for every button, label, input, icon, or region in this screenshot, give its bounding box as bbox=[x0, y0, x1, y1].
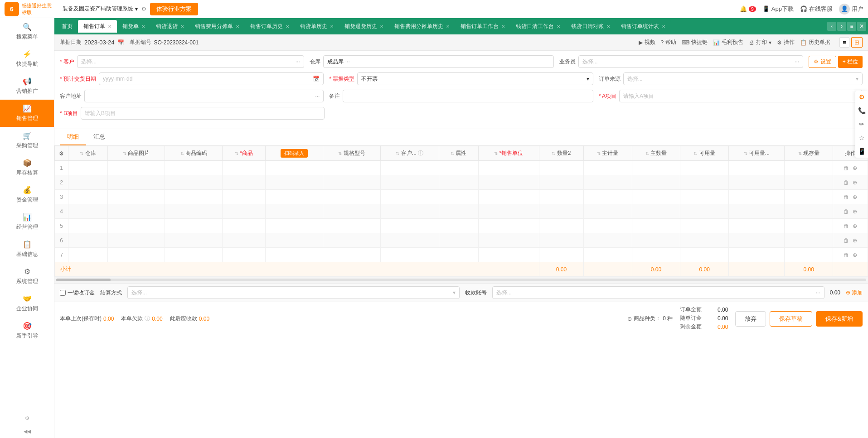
tab-slip-history[interactable]: 销货单历史 ✕ bbox=[295, 20, 339, 33]
table-scrollbar[interactable] bbox=[54, 277, 868, 283]
address-input[interactable] bbox=[88, 93, 313, 99]
row-5-attr[interactable] bbox=[439, 219, 478, 233]
row-1-ccode[interactable] bbox=[380, 161, 439, 175]
row-5-warehouse[interactable] bbox=[68, 219, 108, 233]
tab-return-history[interactable]: 销货退货历史 ✕ bbox=[339, 20, 389, 33]
row-5-qty2[interactable] bbox=[539, 219, 583, 233]
row-1-unit[interactable] bbox=[478, 161, 539, 175]
scan-btn[interactable]: 扫码录入 bbox=[281, 149, 308, 158]
col-stock[interactable]: ⇅ 现存量 bbox=[785, 146, 833, 161]
tab-daily-workbench-close-icon[interactable]: ✕ bbox=[557, 24, 560, 29]
row-3-product[interactable] bbox=[223, 190, 266, 204]
tab-prev-btn[interactable]: ‹ bbox=[827, 22, 836, 31]
tab-sales-slip[interactable]: 销货单 ✕ bbox=[117, 20, 150, 33]
customer-input-wrapper[interactable]: ··· bbox=[77, 55, 304, 68]
row-6-code[interactable] bbox=[165, 233, 223, 248]
tab-order-workbench-close-icon[interactable]: ✕ bbox=[501, 24, 505, 29]
tab-menu-btn[interactable]: ≡ bbox=[847, 22, 856, 31]
customer-input[interactable] bbox=[81, 58, 294, 65]
row-4-qty2[interactable] bbox=[539, 204, 583, 219]
row-1-delete-icon[interactable]: 🗑 bbox=[844, 165, 849, 171]
row-7-mqty[interactable] bbox=[632, 248, 680, 262]
row-5-ccode[interactable] bbox=[380, 219, 439, 233]
tab-daily-reconcile[interactable]: 钱货日清对账 ✕ bbox=[566, 20, 616, 33]
col-unit[interactable]: ⇅ *销售单位 bbox=[478, 146, 539, 161]
online-support-item[interactable]: 🎧 在线客服 bbox=[800, 5, 833, 13]
payment-method-wrapper[interactable]: ▾ bbox=[127, 286, 460, 299]
sidebar-item-collab[interactable]: 🤝 企业协同 bbox=[0, 290, 54, 317]
warehouse-input-wrapper[interactable]: 成品库 ··· bbox=[323, 55, 554, 68]
account-wrapper[interactable]: ··· bbox=[492, 286, 824, 299]
remark-input[interactable] bbox=[347, 93, 589, 99]
tab-sales-return[interactable]: 销货退货 ✕ bbox=[150, 20, 189, 33]
row-7-spec[interactable] bbox=[323, 248, 381, 262]
row-7-unit[interactable] bbox=[478, 248, 539, 262]
col-scan[interactable]: 扫码录入 bbox=[265, 146, 323, 161]
row-2-copy-icon[interactable]: ⊕ bbox=[853, 179, 857, 186]
sidebar-settings-btn[interactable]: ⚙ bbox=[0, 412, 54, 425]
calendar-icon[interactable]: 📅 bbox=[117, 39, 124, 46]
delivery-date-input[interactable] bbox=[103, 76, 313, 82]
account-more-icon[interactable]: ··· bbox=[816, 289, 820, 296]
tab-daily-workbench[interactable]: 钱货日清工作台 ✕ bbox=[510, 20, 566, 33]
tab-sales-slip-close-icon[interactable]: ✕ bbox=[141, 24, 145, 29]
discard-button[interactable]: 放弃 bbox=[735, 311, 766, 327]
scroll-thumb[interactable] bbox=[56, 279, 111, 281]
row-4-copy-icon[interactable]: ⊕ bbox=[853, 208, 857, 215]
tab-detail[interactable]: 明细 bbox=[60, 129, 86, 145]
sidebar-item-purchase[interactable]: 🛒 采购管理 bbox=[0, 127, 54, 154]
project-a-input-wrapper[interactable] bbox=[619, 90, 863, 102]
add-payment-btn[interactable]: ⊕ 添加 bbox=[846, 289, 863, 297]
row-5-code[interactable] bbox=[165, 219, 223, 233]
tab-sales-order-close-icon[interactable]: ✕ bbox=[108, 24, 112, 29]
row-4-attr[interactable] bbox=[439, 204, 478, 219]
delivery-date-input-wrapper[interactable]: 📅 bbox=[99, 72, 324, 85]
row-6-qty2[interactable] bbox=[539, 233, 583, 248]
row-7-qty2[interactable] bbox=[539, 248, 583, 262]
sidebar-item-finance[interactable]: 💰 资金管理 bbox=[0, 181, 54, 208]
warehouse-more-icon[interactable]: ··· bbox=[345, 58, 350, 65]
row-6-warehouse[interactable] bbox=[68, 233, 108, 248]
settings-btn[interactable]: ⚙ 设置 bbox=[809, 56, 836, 68]
staff-input-wrapper[interactable]: ··· bbox=[578, 55, 804, 68]
col-main-unit[interactable]: ⇅ 主计量 bbox=[583, 146, 632, 161]
toolbar-shortcut[interactable]: ⌨ 快捷键 bbox=[682, 39, 708, 46]
col-code[interactable]: ⇅ 商品编码 bbox=[165, 146, 223, 161]
tab-slip-history-close-icon[interactable]: ✕ bbox=[330, 24, 334, 29]
tab-order-history-close-icon[interactable]: ✕ bbox=[286, 24, 289, 29]
tab-daily-reconcile-close-icon[interactable]: ✕ bbox=[606, 24, 610, 29]
row-4-mqty[interactable] bbox=[632, 204, 680, 219]
one-click-payment-input[interactable] bbox=[60, 290, 66, 296]
row-6-mqty[interactable] bbox=[632, 233, 680, 248]
row-3-mqty[interactable] bbox=[632, 190, 680, 204]
row-7-delete-icon[interactable]: 🗑 bbox=[844, 252, 849, 258]
right-tool-star[interactable]: ☆ bbox=[855, 131, 868, 144]
right-tool-edit[interactable]: ✏ bbox=[855, 118, 868, 130]
row-6-delete-icon[interactable]: 🗑 bbox=[844, 237, 849, 244]
row-5-unit[interactable] bbox=[478, 219, 539, 233]
save-draft-button[interactable]: 保存草稿 bbox=[770, 311, 812, 327]
right-tool-mobile[interactable]: 📱 bbox=[855, 145, 868, 158]
staff-input[interactable] bbox=[582, 58, 793, 65]
toolbar-profit[interactable]: 📊 毛利预告 bbox=[713, 39, 743, 46]
tab-sales-expense-close-icon[interactable]: ✕ bbox=[236, 24, 239, 29]
row-2-code[interactable] bbox=[165, 175, 223, 190]
order-source-input[interactable] bbox=[627, 76, 856, 82]
row-4-spec[interactable] bbox=[323, 204, 381, 219]
toolbar-video[interactable]: ▶ 视频 bbox=[639, 39, 655, 46]
sidebar-item-quicknav[interactable]: ⚡ 快捷导航 bbox=[0, 45, 54, 72]
sidebar-collapse-btn[interactable]: ◀◀ bbox=[0, 425, 54, 438]
row-4-warehouse[interactable] bbox=[68, 204, 108, 219]
row-4-code[interactable] bbox=[165, 204, 223, 219]
tab-next-btn[interactable]: › bbox=[837, 22, 846, 31]
row-7-warehouse[interactable] bbox=[68, 248, 108, 262]
row-6-product[interactable] bbox=[223, 233, 266, 248]
address-input-wrapper[interactable]: ··· bbox=[84, 90, 324, 102]
settings-icon[interactable]: ⚙ bbox=[141, 6, 146, 12]
sidebar-item-operations[interactable]: 📊 经营管理 bbox=[0, 208, 54, 236]
project-b-input[interactable] bbox=[85, 110, 320, 116]
toolbar-operation[interactable]: ⚙ 操作 bbox=[777, 39, 795, 46]
row-2-product[interactable] bbox=[223, 175, 266, 190]
toolbar-history[interactable]: 📋 历史单据 bbox=[800, 39, 830, 46]
sidebar-item-basic[interactable]: 📋 基础信息 bbox=[0, 236, 54, 263]
